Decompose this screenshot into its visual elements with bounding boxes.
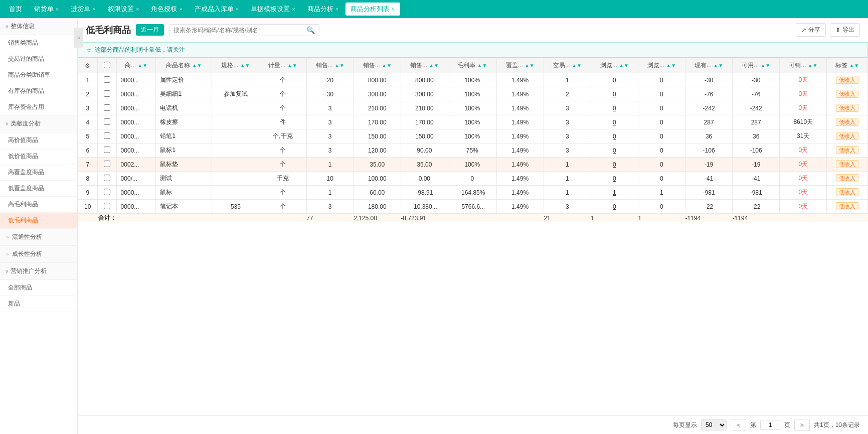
row-name: 笔记本 xyxy=(156,200,212,214)
sidebar-item-低毛利商品[interactable]: 低毛利商品 xyxy=(0,213,77,229)
col-view2[interactable]: 浏览... ▲▼ xyxy=(638,58,685,73)
total-sales-qty: 77 xyxy=(306,214,354,223)
col-name[interactable]: 商品名称 ▲▼ xyxy=(156,58,212,73)
row-no: 1 xyxy=(78,73,98,87)
sidebar-item-销售类商品[interactable]: 销售类商品 xyxy=(0,35,77,51)
share-button[interactable]: ↗ 分享 xyxy=(796,23,826,37)
row-checkbox[interactable] xyxy=(97,129,116,143)
row-checkbox[interactable] xyxy=(97,115,116,129)
row-sales-qty: 3 xyxy=(306,200,354,214)
col-spec[interactable]: 规格... ▲▼ xyxy=(212,58,259,73)
col-saleable[interactable]: 可销... ▲▼ xyxy=(780,58,827,73)
page-label-suffix: 页 xyxy=(784,421,790,429)
row-checkbox[interactable] xyxy=(97,101,116,115)
col-settings[interactable]: ⚙ xyxy=(78,58,98,73)
search-icon[interactable]: 🔍 xyxy=(306,26,315,34)
sidebar-item-库存资金占用[interactable]: 库存资金占用 xyxy=(0,99,77,115)
col-available[interactable]: 可用... ▲▼ xyxy=(733,58,780,73)
total-current-stock: -1194 xyxy=(685,214,733,223)
nav-item-产成品入库单[interactable]: 产成品入库单× xyxy=(190,3,244,16)
row-checkbox[interactable] xyxy=(97,186,116,200)
sidebar-group-流通性分析[interactable]: ＞流通性分析 xyxy=(0,229,77,246)
sidebar-group-整体信息[interactable]: ∨整体信息 xyxy=(0,18,77,35)
sidebar-item-高价值商品[interactable]: 高价值商品 xyxy=(0,132,77,149)
nav-item-商品分析列表[interactable]: 商品分析列表× xyxy=(345,3,400,16)
prev-page-btn[interactable]: ＜ xyxy=(731,419,746,431)
nav-item-权限设置[interactable]: 权限设置× xyxy=(103,3,144,16)
col-unit[interactable]: 计量... ▲▼ xyxy=(259,58,306,73)
close-icon[interactable]: × xyxy=(236,6,239,12)
sidebar-item-高覆盖度商品[interactable]: 高覆盖度商品 xyxy=(0,165,77,181)
sidebar-item-全部商品[interactable]: 全部商品 xyxy=(0,280,77,296)
sidebar-item-高毛利商品[interactable]: 高毛利商品 xyxy=(0,197,77,213)
row-view1: 0 xyxy=(591,158,638,172)
table-wrapper[interactable]: ⚙ 商... ▲▼ 商品名称 ▲▼ 规格... ▲▼ 计量... ▲▼ 销售..… xyxy=(78,58,868,415)
col-transaction[interactable]: 交易... ▲▼ xyxy=(544,58,591,73)
sidebar-item-低价值商品[interactable]: 低价值商品 xyxy=(0,149,77,165)
col-gross-margin[interactable]: 毛利率 ▲▼ xyxy=(448,58,496,73)
nav-item-首页[interactable]: 首页 xyxy=(4,3,27,16)
sidebar-collapse-btn[interactable]: « xyxy=(74,28,83,48)
row-checkbox[interactable] xyxy=(97,87,116,101)
row-sales-amount: 35.00 xyxy=(401,158,448,172)
row-unit: 千克 xyxy=(259,172,306,186)
sidebar-item-交易过的商品[interactable]: 交易过的商品 xyxy=(0,51,77,67)
row-checkbox[interactable] xyxy=(97,143,116,158)
sidebar-item-有库存的商品[interactable]: 有库存的商品 xyxy=(0,83,77,99)
row-spec xyxy=(212,115,259,129)
sidebar-item-商品分类助销率[interactable]: 商品分类助销率 xyxy=(0,67,77,83)
nav-item-单据模板设置[interactable]: 单据模板设置× xyxy=(246,3,300,16)
col-sales-amount[interactable]: 销售... ▲▼ xyxy=(401,58,448,73)
col-view1[interactable]: 浏览... ▲▼ xyxy=(591,58,638,73)
row-tag: 低收入 xyxy=(827,200,868,214)
row-sales-price: 100.00 xyxy=(354,172,401,186)
export-button[interactable]: ⬆ 导出 xyxy=(830,23,860,37)
sidebar-group-成长性分析[interactable]: ＞成长性分析 xyxy=(0,246,77,263)
nav-item-进货单[interactable]: 进货单× xyxy=(66,3,100,16)
nav-item-角色授权[interactable]: 角色授权× xyxy=(146,3,187,16)
period-button[interactable]: 近一月 xyxy=(136,24,164,36)
row-sales-price: 60.00 xyxy=(354,186,401,200)
col-current-stock[interactable]: 现有... ▲▼ xyxy=(685,58,733,73)
row-view2: 0 xyxy=(638,87,685,101)
close-icon[interactable]: × xyxy=(292,6,295,12)
search-input[interactable] xyxy=(173,27,306,34)
row-sales-price: 180.00 xyxy=(354,200,401,214)
row-checkbox[interactable] xyxy=(97,158,116,172)
row-spec xyxy=(212,129,259,143)
close-icon[interactable]: × xyxy=(179,6,182,12)
col-code[interactable]: 商... ▲▼ xyxy=(116,58,156,73)
sidebar-item-新品[interactable]: 新品 xyxy=(0,296,77,312)
col-checkbox[interactable] xyxy=(97,58,116,73)
page-size-select[interactable]: 50 100 200 xyxy=(701,419,727,430)
nav-item-商品分析[interactable]: 商品分析× xyxy=(302,3,343,16)
close-icon[interactable]: × xyxy=(92,6,95,12)
share-icon: ↗ xyxy=(801,27,806,34)
row-code: 0000... xyxy=(116,87,156,101)
close-icon[interactable]: × xyxy=(136,6,139,12)
sidebar-group-类献度分析[interactable]: ∨类献度分析 xyxy=(0,115,77,132)
sidebar-item-低覆盖度商品[interactable]: 低覆盖度商品 xyxy=(0,181,77,197)
col-coverage[interactable]: 覆盖... ▲▼ xyxy=(496,58,544,73)
row-view1: 1 xyxy=(591,186,638,200)
row-code: 0000... xyxy=(116,129,156,143)
page-title: 低毛利商品 xyxy=(86,24,131,36)
sidebar-group-营销推广分析[interactable]: ∨营销推广分析 xyxy=(0,263,77,280)
close-icon[interactable]: × xyxy=(335,6,338,12)
col-tag[interactable]: 标签 ▲▼ xyxy=(827,58,868,73)
close-icon[interactable]: × xyxy=(56,6,59,12)
col-sales-qty[interactable]: 销售... ▲▼ xyxy=(306,58,354,73)
col-sales-price[interactable]: 销售... ▲▼ xyxy=(354,58,401,73)
row-checkbox[interactable] xyxy=(97,172,116,186)
arrow-icon: ＞ xyxy=(5,234,10,241)
select-all-checkbox[interactable] xyxy=(104,62,110,68)
nav-item-销货单[interactable]: 销货单× xyxy=(29,3,64,16)
row-view1: 0 xyxy=(591,73,638,87)
row-checkbox[interactable] xyxy=(97,200,116,214)
next-page-btn[interactable]: ＞ xyxy=(794,419,810,431)
row-checkbox[interactable] xyxy=(97,73,116,87)
page-input[interactable] xyxy=(760,420,780,430)
row-coverage: 1.49% xyxy=(496,129,544,143)
row-name: 属性定价 xyxy=(156,73,212,87)
close-icon[interactable]: × xyxy=(392,6,395,12)
